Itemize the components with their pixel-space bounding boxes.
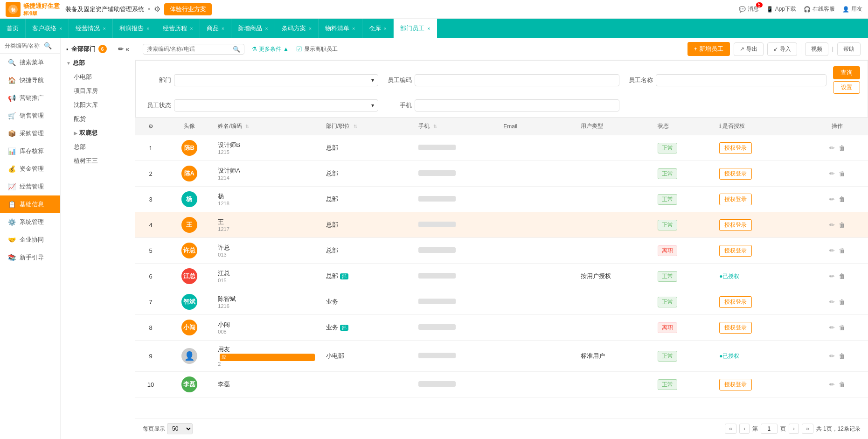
dept-item-沈阳大库[interactable]: 沈阳大库 <box>61 98 135 112</box>
tab-close-icon[interactable]: × <box>384 26 387 31</box>
nav-tab-1[interactable]: 客户联络 × <box>26 19 69 38</box>
cell-auth[interactable]: 授权登录 <box>714 135 806 161</box>
delete-icon[interactable]: 🗑 <box>839 298 845 306</box>
cell-auth[interactable]: 授权登录 <box>714 187 806 212</box>
filter-empname-input[interactable] <box>656 74 826 86</box>
cell-auth[interactable]: 授权登录 <box>714 161 806 187</box>
auth-login-button[interactable]: 授权登录 <box>719 245 752 257</box>
tab-close-icon[interactable]: × <box>265 26 268 31</box>
help-button[interactable]: 帮助 <box>837 42 861 56</box>
edit-icon[interactable]: ✏ <box>829 195 835 203</box>
tab-close-icon[interactable]: × <box>190 26 193 31</box>
edit-icon[interactable]: ✏ <box>829 324 835 331</box>
next-page-button[interactable]: › <box>789 424 799 434</box>
sidebar-item-finance[interactable]: 💰资金管理 <box>0 160 60 178</box>
prev-page-button[interactable]: ‹ <box>739 424 750 434</box>
tab-close-icon[interactable]: × <box>309 26 312 31</box>
auth-login-button[interactable]: 授权登录 <box>719 322 752 334</box>
auth-login-button[interactable]: 授权登录 <box>719 379 752 390</box>
delete-icon[interactable]: 🗑 <box>839 324 845 331</box>
gear-icon[interactable]: ⚙ <box>154 5 160 14</box>
employee-search-icon[interactable]: 🔍 <box>233 46 240 53</box>
dept-group-双鹿想[interactable]: ▶双鹿想 <box>61 126 135 140</box>
auth-login-button[interactable]: 授权登录 <box>719 296 752 308</box>
sidebar-item-inventory[interactable]: 📊库存核算 <box>0 142 60 160</box>
tab-close-icon[interactable]: × <box>103 26 105 31</box>
edit-icon[interactable]: ✏ <box>829 381 835 388</box>
tab-close-icon[interactable]: × <box>146 26 149 31</box>
set-button[interactable]: 设置 <box>833 81 860 94</box>
tab-close-icon[interactable]: × <box>59 26 62 31</box>
sidebar-item-basic-info[interactable]: 📋基础信息 <box>0 195 60 213</box>
nav-tab-7[interactable]: 条码方案 × <box>275 19 319 38</box>
nav-tab-6[interactable]: 新增商品 × <box>231 19 275 38</box>
delete-icon[interactable]: 🗑 <box>839 221 845 229</box>
delete-icon[interactable]: 🗑 <box>839 195 845 203</box>
sidebar-item-purchase[interactable]: 📦采购管理 <box>0 125 60 142</box>
auth-login-button[interactable]: 授权登录 <box>719 194 752 205</box>
dept-collapse-icon[interactable]: « <box>125 45 129 53</box>
delete-icon[interactable]: 🗑 <box>839 381 845 388</box>
filter-phone-input[interactable] <box>415 99 619 111</box>
cell-auth[interactable]: 授权登录 <box>714 315 806 341</box>
show-resigned-toggle[interactable]: ☑ 显示离职员工 <box>296 45 338 53</box>
query-button[interactable]: 查询 <box>833 66 860 79</box>
dept-item-配货[interactable]: 配货 <box>61 112 135 126</box>
dept-all-header[interactable]: ▪ 全部部门 6 ✏ « <box>61 42 135 56</box>
col-settings[interactable]: ⚙ <box>135 118 166 135</box>
dept-group-总部[interactable]: ▼总部 <box>61 56 135 70</box>
filter-dept-select[interactable]: ▾ <box>174 74 378 86</box>
per-page-select[interactable]: 50 20 100 <box>167 423 193 434</box>
nav-tab-2[interactable]: 经营情况 × <box>69 19 112 38</box>
nav-tab-3[interactable]: 利润报告 × <box>113 19 156 38</box>
cell-auth[interactable]: 授权登录 <box>714 212 806 238</box>
user-btn[interactable]: 👤 用友 <box>842 5 862 13</box>
first-page-button[interactable]: « <box>725 424 736 434</box>
edit-icon[interactable]: ✏ <box>829 144 835 152</box>
page-num-input[interactable] <box>761 424 778 434</box>
cell-auth[interactable]: 授权登录 <box>714 238 806 264</box>
export-button[interactable]: ↗ 导出 <box>734 42 764 56</box>
nav-tab-5[interactable]: 商品 × <box>200 19 231 38</box>
nav-tab-8[interactable]: 物料清单 × <box>319 19 362 38</box>
dept-item-总部[interactable]: 总部 <box>61 140 135 154</box>
col-name-header[interactable]: 姓名/编码 ⇅ <box>212 118 320 135</box>
filter-empstatus-select[interactable]: ▾ <box>174 99 378 111</box>
edit-icon[interactable]: ✏ <box>829 298 835 306</box>
sidebar-item-enterprise[interactable]: 🤝企业协同 <box>0 231 60 249</box>
auth-login-button[interactable]: 授权登录 <box>719 219 752 231</box>
dept-edit-icon[interactable]: ✏ <box>118 45 124 53</box>
delete-icon[interactable]: 🗑 <box>839 170 845 177</box>
add-employee-button[interactable]: + 新增员工 <box>687 42 730 56</box>
dept-item-项目库房[interactable]: 项目库房 <box>61 84 135 98</box>
edit-icon[interactable]: ✏ <box>829 247 835 254</box>
dept-item-小电部[interactable]: 小电部 <box>61 70 135 84</box>
tab-close-icon[interactable]: × <box>352 26 355 31</box>
import-button[interactable]: ↙ 导入 <box>767 42 797 56</box>
auth-login-button[interactable]: 授权登录 <box>719 142 752 154</box>
auth-login-button[interactable]: 授权登录 <box>719 168 752 180</box>
col-phone-header[interactable]: 手机 ⇅ <box>413 118 498 135</box>
sidebar-item-sales[interactable]: 🛒销售管理 <box>0 107 60 125</box>
sidebar-item-operation[interactable]: 📈经营管理 <box>0 178 60 195</box>
sidebar-search-input[interactable] <box>5 42 42 49</box>
trial-button[interactable]: 体验行业方案 <box>164 3 212 15</box>
delete-icon[interactable]: 🗑 <box>839 247 845 254</box>
sidebar-item-marketing[interactable]: 📢营销推广 <box>0 89 60 107</box>
app-download-btn[interactable]: 📱 App下载 <box>766 5 796 13</box>
delete-icon[interactable]: 🗑 <box>839 352 845 360</box>
more-filter-btn[interactable]: ⚗ 更多条件 ▲ <box>248 43 292 55</box>
employee-search-input[interactable] <box>147 46 231 52</box>
sidebar-search-icon[interactable]: 🔍 <box>44 42 52 49</box>
filter-empcode-input[interactable] <box>415 74 619 86</box>
nav-tab-4[interactable]: 经营历程 × <box>156 19 200 38</box>
nav-tab-9[interactable]: 仓库 × <box>362 19 394 38</box>
edit-icon[interactable]: ✏ <box>829 352 835 360</box>
delete-icon[interactable]: 🗑 <box>839 144 845 152</box>
edit-icon[interactable]: ✏ <box>829 170 835 177</box>
tab-close-icon[interactable]: × <box>222 26 224 31</box>
delete-icon[interactable]: 🗑 <box>839 272 845 280</box>
dropdown-arrow-system[interactable]: ▾ <box>148 7 150 12</box>
online-service-btn[interactable]: 🎧 在线客服 <box>804 5 835 13</box>
col-dept-header[interactable]: 部门/职位 ⇅ <box>320 118 413 135</box>
